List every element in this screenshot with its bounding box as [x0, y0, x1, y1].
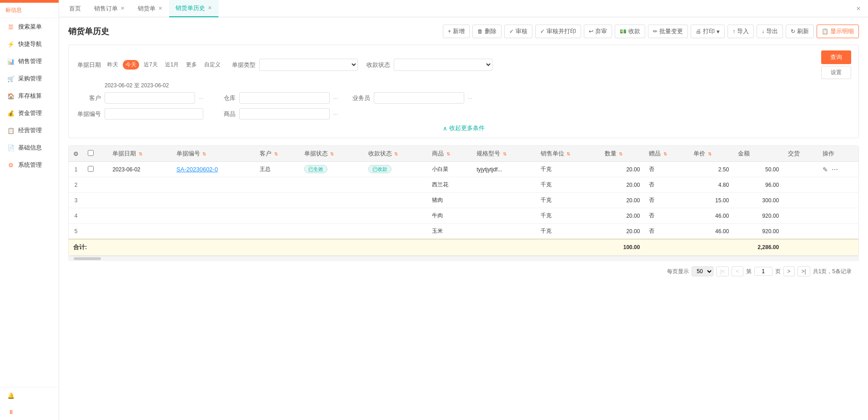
display-detail-button[interactable]: 📋 显示明细: [817, 25, 859, 38]
th-doc-no-label: 单据编号: [176, 150, 200, 157]
doc-no-input[interactable]: [105, 108, 203, 120]
tab-sales-goods-history-close[interactable]: ✕: [208, 5, 212, 11]
row-select-checkbox-1[interactable]: [88, 166, 94, 172]
prev-page-btn[interactable]: <: [732, 266, 743, 276]
th-actions-label: 操作: [823, 150, 834, 157]
goods-input[interactable]: [239, 108, 330, 120]
row-amount-4: 920.00: [733, 208, 783, 224]
sidebar-bottom-icon2[interactable]: ⏸: [0, 404, 59, 420]
tab-sales-goods-close[interactable]: ✕: [158, 5, 162, 11]
batch-change-button[interactable]: ✏ 批量变更: [648, 25, 688, 38]
audit-button[interactable]: ✓ 审核: [504, 25, 532, 38]
th-qty[interactable]: 数量 ⇅: [600, 146, 645, 162]
warehouse-input[interactable]: [239, 92, 330, 104]
tab-home-label: 首页: [69, 5, 81, 13]
print-button[interactable]: 🖨 打印 ▾: [691, 25, 725, 38]
payment-status-select[interactable]: [394, 59, 492, 71]
row-gift-1: 否: [644, 162, 689, 177]
tab-sales-order-close[interactable]: ✕: [120, 5, 125, 11]
tab-sales-order[interactable]: 销售订单 ✕: [88, 0, 131, 17]
more-icon-1[interactable]: ⋯: [832, 166, 838, 173]
th-unit[interactable]: 销售单位 ⇅: [536, 146, 600, 162]
th-spec[interactable]: 规格型号 ⇅: [472, 146, 536, 162]
th-goods[interactable]: 商品 ⇅: [427, 146, 472, 162]
th-payment-status[interactable]: 收款状态 ⇅: [364, 146, 428, 162]
audit-print-button[interactable]: ✓ 审核并打印: [535, 25, 581, 38]
collect-button[interactable]: 💵 收款: [615, 25, 645, 38]
sidebar: 标信息 ☰ 搜索菜单 ⚡ 快捷导航 📊 销售管理 🛒 采购管理 🏠 库存核算 💰…: [0, 0, 59, 420]
select-all-checkbox[interactable]: [88, 150, 94, 156]
th-doc-status[interactable]: 单据状态 ⇅: [300, 146, 364, 162]
next-page-btn[interactable]: >: [783, 266, 795, 276]
sidebar-item-sys-mgmt[interactable]: ⚙ 系统管理: [0, 156, 59, 174]
tab-sales-goods[interactable]: 销货单 ✕: [131, 0, 169, 17]
refresh-button[interactable]: ↻ 刷新: [786, 25, 814, 38]
date-btn-yesterday[interactable]: 昨天: [105, 60, 121, 70]
sidebar-item-basic-info[interactable]: 📄 基础信息: [0, 139, 59, 156]
date-label: 单据日期: [76, 61, 101, 69]
sidebar-item-sales-mgmt[interactable]: 📊 销售管理: [0, 53, 59, 70]
row-qty-2: 20.00: [600, 177, 645, 193]
tab-sales-goods-history-label: 销货单历史: [176, 4, 205, 12]
toolbar: + 新增 🗑 删除 ✓ 审核 ✓ 审核并打印 ↩ 弃审: [443, 25, 859, 38]
query-button[interactable]: 查询: [821, 50, 851, 64]
export-button[interactable]: ↓ 导出: [757, 25, 783, 38]
th-gift[interactable]: 赠品 ⇅: [644, 146, 689, 162]
customer-dots[interactable]: ···: [199, 95, 203, 101]
page-input[interactable]: 1: [754, 267, 773, 276]
action-icons-1: ✎ ⋯: [823, 166, 854, 173]
table-row: 1 2023-06-02 SA-20230602-0 王总 已生效 已收款: [69, 162, 858, 177]
doc-type-select[interactable]: [259, 59, 358, 71]
warehouse-dots[interactable]: ···: [333, 95, 338, 101]
row-amount-1: 50.00: [733, 162, 783, 177]
new-button[interactable]: + 新增: [443, 25, 470, 38]
business-rep-dots[interactable]: ···: [468, 95, 472, 101]
sidebar-item-stock-calc[interactable]: 🏠 库存核算: [0, 87, 59, 105]
row-unit-5: 千克: [536, 224, 600, 240]
th-payment-status-label: 收款状态: [368, 150, 392, 157]
sidebar-item-ops-mgmt[interactable]: 📋 经营管理: [0, 122, 59, 139]
tab-sales-goods-history[interactable]: 销货单历史 ✕: [169, 0, 219, 17]
th-price[interactable]: 单价 ⇅: [689, 146, 733, 162]
date-btn-last1month[interactable]: 近1月: [162, 60, 182, 70]
row-payment-status-3: [364, 193, 428, 208]
search-menu-icon: ☰: [7, 23, 15, 30]
per-page-select[interactable]: 50: [692, 266, 713, 276]
sidebar-item-label: 搜索菜单: [18, 23, 42, 31]
date-btn-more[interactable]: 更多: [183, 60, 200, 70]
date-btn-last7days[interactable]: 近7天: [141, 60, 161, 70]
scrollbar-thumb[interactable]: [74, 257, 101, 260]
date-btn-today[interactable]: 今天: [123, 60, 139, 70]
sidebar-item-fund-mgmt[interactable]: 💰 资金管理: [0, 105, 59, 122]
th-doc-no[interactable]: 单据编号 ⇅: [172, 146, 255, 162]
th-customer[interactable]: 客户 ⇅: [255, 146, 300, 162]
delete-icon: 🗑: [477, 28, 483, 35]
filter-row-1: 单据日期 昨天 今天 近7天 近1月 更多 自定义 单据类型: [76, 50, 851, 79]
quick-nav-icon: ⚡: [7, 40, 15, 48]
settings-gear-icon[interactable]: ⚙: [73, 150, 79, 157]
row-checkbox-1[interactable]: [83, 162, 108, 177]
tab-home[interactable]: 首页: [63, 0, 88, 17]
first-page-btn[interactable]: |<: [716, 266, 729, 276]
customer-input[interactable]: [105, 92, 195, 104]
horizontal-scrollbar[interactable]: [68, 256, 859, 260]
sidebar-item-purchase-mgmt[interactable]: 🛒 采购管理: [0, 70, 59, 87]
collapse-filter-btn[interactable]: ∧ 收起更多条件: [76, 124, 851, 132]
date-quick-btns: 昨天 今天 近7天 近1月 更多 自定义: [105, 60, 223, 70]
business-rep-input[interactable]: [374, 92, 464, 104]
set-button[interactable]: 设置: [821, 66, 851, 79]
sidebar-item-quick-nav[interactable]: ⚡ 快捷导航: [0, 35, 59, 53]
filter-row-date-range: 2023-06-02 至 2023-06-02: [105, 81, 851, 90]
delete-button[interactable]: 🗑 删除: [472, 25, 502, 38]
edit-icon-1[interactable]: ✎: [823, 166, 828, 173]
doc-no-link-1[interactable]: SA-20230602-0: [176, 166, 218, 173]
last-page-btn[interactable]: >|: [798, 266, 810, 276]
import-button[interactable]: ↑ 导入: [728, 25, 754, 38]
th-doc-date[interactable]: 单据日期 ⇅: [108, 146, 172, 162]
goods-dots[interactable]: ···: [333, 111, 338, 117]
sidebar-item-search-menu[interactable]: ☰ 搜索菜单: [0, 18, 59, 35]
abandon-button[interactable]: ↩ 弃审: [584, 25, 612, 38]
sidebar-bottom-icon1[interactable]: 🔔: [0, 387, 59, 404]
close-all-tabs[interactable]: ✕: [853, 5, 864, 12]
date-btn-custom[interactable]: 自定义: [201, 60, 223, 70]
